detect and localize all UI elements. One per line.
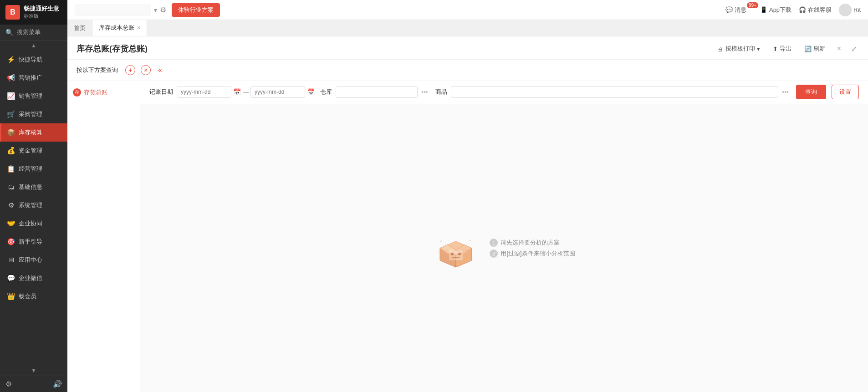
- scheme-icon: 存: [73, 88, 81, 97]
- sidebar-item-marketing[interactable]: 📢 营销推广: [0, 69, 67, 87]
- svg-point-6: [451, 253, 454, 255]
- sidebar-scroll-up[interactable]: ▲: [0, 41, 67, 51]
- sidebar-item-quick-nav[interactable]: ⚡ 快捷导航: [0, 51, 67, 69]
- sidebar: B 畅捷通好生意 标准版 🔍 搜索菜单 ▲ ⚡ 快捷导航 📢 营销推广 📈 销售…: [0, 0, 67, 392]
- message-item[interactable]: 💬 消息 99+: [725, 6, 753, 14]
- page-header-actions: 🖨 按模板打印 ▾ ⬆ 导出 🔄 刷新 × ⤢: [714, 43, 859, 55]
- empty-tip-2: 2 用[过滤]条件来缩小分析范围: [490, 249, 575, 258]
- panel-close-btn[interactable]: ×: [834, 45, 844, 53]
- printer-icon: 🖨: [718, 46, 724, 52]
- date-field-group: 记账日期 📅 — 📅: [149, 86, 315, 98]
- finance-icon: 💰: [7, 147, 15, 155]
- sidebar-item-vip[interactable]: 👑 畅会员: [0, 287, 67, 305]
- goods-input[interactable]: [451, 86, 779, 98]
- header-chevron-icon[interactable]: ▾: [154, 6, 157, 14]
- date-end-input[interactable]: [250, 86, 305, 98]
- print-button[interactable]: 🖨 按模板打印 ▾: [714, 43, 764, 55]
- print-label: 按模板打印: [725, 45, 755, 53]
- settings-button[interactable]: 设置: [832, 85, 859, 99]
- mobile-icon: 📱: [760, 6, 767, 13]
- sidebar-item-label: 库存核算: [19, 128, 42, 137]
- online-service-item[interactable]: 🎧 在线客服: [799, 6, 832, 14]
- filter-arrow-button[interactable]: «: [156, 65, 164, 75]
- operation-icon: 📋: [7, 165, 15, 173]
- system-icon: ⚙: [7, 201, 15, 209]
- sidebar-item-inventory[interactable]: 📦 库存核算: [0, 123, 67, 142]
- tip-text-1: 请先选择要分析的方案: [500, 239, 560, 247]
- goods-field: 商品 •••: [435, 86, 791, 98]
- trial-button[interactable]: 体验行业方案: [172, 3, 220, 17]
- settings-icon[interactable]: ⚙: [5, 380, 12, 388]
- sidebar-item-label: 新手引导: [19, 238, 42, 246]
- message-icon: 💬: [725, 6, 733, 13]
- sidebar-item-system[interactable]: ⚙ 系统管理: [0, 196, 67, 214]
- refresh-button[interactable]: 🔄 刷新: [801, 43, 829, 55]
- sidebar-item-cooperation[interactable]: 🤝 企业协同: [0, 214, 67, 233]
- date-start-calendar-icon[interactable]: 📅: [233, 88, 241, 96]
- panel-expand-btn[interactable]: ⤢: [849, 45, 859, 53]
- query-button[interactable]: 查询: [796, 85, 826, 99]
- sidebar-item-appstore[interactable]: 🖥 应用中心: [0, 251, 67, 269]
- warehouse-input[interactable]: [336, 86, 418, 98]
- export-icon: ⬆: [773, 46, 778, 52]
- tab-home-label: 首页: [74, 24, 86, 32]
- empty-tips: 1 请先选择要分析的方案 2 用[过滤]条件来缩小分析范围: [490, 236, 575, 260]
- export-button[interactable]: ⬆ 导出: [769, 43, 795, 55]
- sidebar-logo: B 畅捷通好生意 标准版: [0, 0, 67, 25]
- tab-inventory-cost-label: 库存成本总账: [99, 24, 134, 32]
- sidebar-nav: ⚡ 快捷导航 📢 营销推广 📈 销售管理 🛒 采购管理 📦 库存核算 💰 资金管…: [0, 51, 67, 366]
- filter-add-button[interactable]: +: [125, 65, 135, 75]
- app-download-item[interactable]: 📱 App下载: [760, 6, 791, 14]
- header-gear-icon[interactable]: ⚙: [160, 5, 166, 14]
- goods-more-icon[interactable]: •••: [780, 87, 791, 97]
- page-header: 库存总账(存货总账) 🖨 按模板打印 ▾ ⬆ 导出 🔄 刷新 × ⤢: [67, 36, 868, 60]
- sidebar-scroll-down[interactable]: ▼: [0, 366, 67, 376]
- tab-home[interactable]: 首页: [67, 20, 92, 36]
- sidebar-item-wechat[interactable]: 💬 企业微信: [0, 269, 67, 287]
- tab-bar: 首页 库存成本总账 ×: [67, 20, 868, 36]
- inventory-icon: 📦: [7, 128, 15, 137]
- scheme-item-label: 存货总账: [84, 88, 107, 97]
- sidebar-item-purchase[interactable]: 🛒 采购管理: [0, 105, 67, 123]
- marketing-icon: 📢: [7, 74, 15, 82]
- scheme-item-inventory-ledger[interactable]: 存 存货总账: [67, 85, 140, 100]
- sidebar-item-basic[interactable]: 🗂 基础信息: [0, 178, 67, 196]
- sidebar-item-operation[interactable]: 📋 经营管理: [0, 160, 67, 178]
- empty-state-inner: 1 请先选择要分析的方案 2 用[过滤]条件来缩小分析范围: [433, 228, 575, 269]
- header-nav-input[interactable]: [75, 5, 151, 15]
- user-name: Rit: [853, 6, 861, 13]
- sidebar-search[interactable]: 🔍 搜索菜单: [0, 25, 67, 41]
- filter-collapse-icon: ×: [144, 66, 148, 74]
- message-label: 消息: [735, 6, 746, 14]
- filter-collapse-button[interactable]: ×: [141, 65, 151, 75]
- wechat-icon: 💬: [7, 274, 15, 282]
- tab-inventory-cost[interactable]: 库存成本总账 ×: [92, 20, 147, 36]
- sidebar-item-label: 营销推广: [19, 74, 42, 82]
- tab-close-icon[interactable]: ×: [137, 25, 140, 31]
- sidebar-item-sales[interactable]: 📈 销售管理: [0, 87, 67, 105]
- vip-icon: 👑: [7, 292, 15, 300]
- header-left: ▾ ⚙ 体验行业方案: [75, 3, 725, 17]
- sidebar-item-finance[interactable]: 💰 资金管理: [0, 142, 67, 160]
- tip-num-1: 1: [490, 239, 498, 247]
- appstore-icon: 🖥: [7, 256, 15, 264]
- filter-row: 记账日期 📅 — 📅 仓库 ••• 商: [140, 81, 868, 104]
- sidebar-item-newbie[interactable]: 🎯 新手引导: [0, 233, 67, 251]
- header-right: 💬 消息 99+ 📱 App下载 🎧 在线客服 Rit: [725, 4, 861, 16]
- warehouse-more-icon[interactable]: •••: [419, 87, 430, 97]
- user-item[interactable]: Rit: [839, 4, 861, 16]
- date-end-calendar-icon[interactable]: 📅: [307, 88, 315, 96]
- empty-tip-1: 1 请先选择要分析的方案: [490, 239, 575, 247]
- scheme-icon-char: 存: [75, 89, 79, 96]
- speaker-icon[interactable]: 🔊: [53, 380, 62, 388]
- cooperation-icon: 🤝: [7, 219, 15, 228]
- message-badge: 99+: [747, 2, 758, 8]
- edition-label: 标准版: [24, 13, 59, 20]
- right-panel: 记账日期 📅 — 📅 仓库 ••• 商: [140, 81, 868, 392]
- date-separator: —: [243, 89, 249, 96]
- svg-rect-5: [449, 250, 463, 260]
- sidebar-item-label: 应用中心: [19, 256, 42, 264]
- sidebar-footer: ⚙ 🔊: [0, 376, 67, 392]
- date-start-input[interactable]: [177, 86, 231, 98]
- user-avatar: [839, 4, 852, 16]
